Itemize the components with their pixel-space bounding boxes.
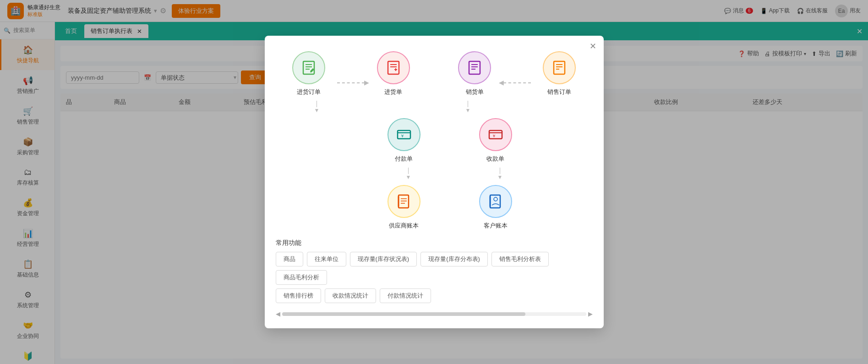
flow-item-supplier-ledger[interactable]: 供应商账本 xyxy=(377,185,431,230)
sales-slip-icon xyxy=(458,51,491,84)
func-btn-receipt-stats[interactable]: 收款情况统计 xyxy=(325,288,376,303)
receipt-label: 收款单 xyxy=(486,155,504,163)
modal-overlay[interactable]: ✕ 进货订单 ▶ xyxy=(0,0,868,364)
supplier-ledger-icon xyxy=(388,185,420,218)
svg-rect-7 xyxy=(469,61,480,74)
svg-rect-11 xyxy=(554,61,565,74)
func-btn-stock-status[interactable]: 现存量(库存状况表) xyxy=(350,252,417,266)
flow-item-sales-order[interactable]: 销售订单 xyxy=(535,51,584,96)
func-btn-products[interactable]: 商品 xyxy=(276,252,303,266)
sales-order-label: 销售订单 xyxy=(547,88,571,96)
flow-item-sales-slip[interactable]: 销货单 xyxy=(451,51,499,96)
scrollbar-track xyxy=(282,312,586,316)
func-buttons-row1: 商品 往来单位 现存量(库存状况表) 现存量(库存分布表) 销售毛利分析表 商品… xyxy=(276,252,593,285)
func-btn-partners[interactable]: 往来单位 xyxy=(307,252,346,266)
scroll-right-icon[interactable]: ▶ xyxy=(588,310,593,317)
purchase-slip-label: 进货单 xyxy=(384,88,402,96)
sales-slip-label: 销货单 xyxy=(466,88,484,96)
customer-ledger-icon xyxy=(479,185,512,218)
receipt-icon: ￥ xyxy=(479,118,512,151)
common-funcs-title: 常用功能 xyxy=(276,239,593,247)
modal-scrollbar: ◀ ▶ xyxy=(276,310,593,317)
svg-text:￥: ￥ xyxy=(400,134,404,138)
purchase-order-label: 进货订单 xyxy=(297,88,321,96)
svg-point-28 xyxy=(494,197,497,201)
svg-rect-4 xyxy=(388,61,399,74)
flow-item-payment[interactable]: ￥ 付款单 xyxy=(377,118,431,163)
modal-close-button[interactable]: ✕ xyxy=(590,41,596,51)
purchase-order-icon xyxy=(292,51,325,84)
flow-item-purchase-order[interactable]: 进货订单 xyxy=(285,51,333,96)
supplier-ledger-label: 供应商账本 xyxy=(389,222,419,230)
common-funcs-section: 常用功能 商品 往来单位 现存量(库存状况表) 现存量(库存分布表) 销售毛利分… xyxy=(276,239,593,303)
func-buttons-row2: 销售排行榜 收款情况统计 付款情况统计 xyxy=(276,288,593,303)
func-btn-payment-stats[interactable]: 付款情况统计 xyxy=(380,288,431,303)
scroll-left-icon[interactable]: ◀ xyxy=(276,310,280,317)
sales-order-icon xyxy=(543,51,576,84)
func-btn-product-gross[interactable]: 商品毛利分析 xyxy=(276,270,327,285)
func-btn-stock-distribution[interactable]: 现存量(库存分布表) xyxy=(420,252,488,266)
customer-ledger-label: 客户账本 xyxy=(484,222,508,230)
svg-rect-27 xyxy=(489,196,491,207)
svg-rect-21 xyxy=(399,195,409,208)
svg-rect-26 xyxy=(490,195,500,208)
flow-item-customer-ledger[interactable]: 客户账本 xyxy=(468,185,523,230)
svg-rect-0 xyxy=(303,61,314,74)
func-btn-sales-rank[interactable]: 销售排行榜 xyxy=(276,288,321,303)
payment-label: 付款单 xyxy=(395,155,413,163)
purchase-slip-icon xyxy=(377,51,410,84)
payment-icon: ￥ xyxy=(388,118,420,151)
func-btn-sales-gross[interactable]: 销售毛利分析表 xyxy=(491,252,549,266)
flow-item-purchase-slip[interactable]: 进货单 xyxy=(369,51,417,96)
svg-rect-22 xyxy=(398,196,399,207)
flow-modal: ✕ 进货订单 ▶ xyxy=(265,36,604,328)
svg-text:￥: ￥ xyxy=(492,134,496,138)
flow-item-receipt[interactable]: ￥ 收款单 xyxy=(468,118,523,163)
scrollbar-thumb[interactable] xyxy=(282,312,525,316)
